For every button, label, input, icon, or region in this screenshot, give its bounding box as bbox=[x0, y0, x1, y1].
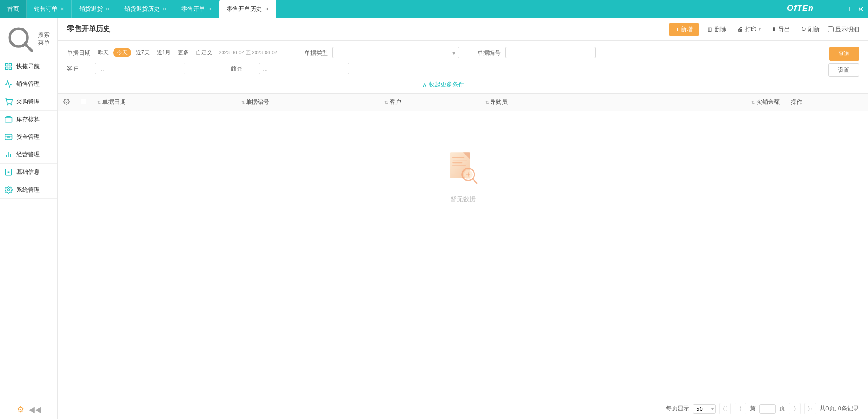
sidebar-item-quick-nav-label: 快捷导航 bbox=[16, 62, 40, 71]
svg-point-20 bbox=[66, 101, 67, 103]
filter-row-1: 单据日期 昨天 今天 近7天 近1月 更多 自定义 2023-06-02 至 2… bbox=[67, 47, 819, 58]
export-icon: ⬆ bbox=[772, 26, 777, 33]
svg-point-0 bbox=[9, 28, 28, 47]
pagination-bar: 每页显示 10 20 50 100 ⟨⟨ ⟨ 第 1 页 ⟩ ⟩⟩ 共0页, 0… bbox=[58, 398, 868, 419]
sales-mgmt-icon bbox=[5, 80, 13, 88]
sidebar-item-purchase-mgmt-label: 采购管理 bbox=[16, 98, 40, 106]
sidebar-item-finance[interactable]: 资金管理 bbox=[0, 128, 57, 146]
last-page-btn[interactable]: ⟩⟩ bbox=[804, 403, 816, 414]
th-date-label: 单据日期 bbox=[102, 99, 126, 105]
th-amount-label: 实销金额 bbox=[756, 99, 780, 105]
sidebar-item-purchase-mgmt[interactable]: 采购管理 bbox=[0, 93, 57, 111]
next-page-btn[interactable]: ⟩ bbox=[789, 403, 801, 414]
per-page-label: 每页显示 bbox=[666, 405, 689, 413]
date-option-yesterday[interactable]: 昨天 bbox=[95, 48, 111, 57]
show-detail-input[interactable] bbox=[828, 26, 834, 32]
th-customer[interactable]: 客户 bbox=[379, 94, 479, 111]
svg-rect-25 bbox=[452, 165, 466, 166]
sidebar-search[interactable]: 搜索菜单 bbox=[0, 18, 57, 58]
prev-page-btn[interactable]: ⟨ bbox=[735, 403, 746, 414]
empty-state-icon bbox=[443, 147, 484, 188]
tab-sales-return[interactable]: 销货退货 ✕ bbox=[72, 0, 117, 18]
sidebar-item-operations[interactable]: 经营管理 bbox=[0, 146, 57, 164]
sidebar-item-quick-nav[interactable]: 快捷导航 bbox=[0, 58, 57, 75]
export-button[interactable]: ⬆ 导出 bbox=[769, 24, 793, 35]
tab-sales-return-close[interactable]: ✕ bbox=[105, 6, 109, 12]
th-number[interactable]: 单据编号 bbox=[236, 94, 379, 111]
page-header: 零售开单历史 + 新增 🗑 🗑 删除 删除 🖨 打印 ▾ ⬆ 导出 bbox=[58, 18, 868, 41]
th-salesperson[interactable]: 导购员 bbox=[480, 94, 602, 111]
order-number-input[interactable] bbox=[505, 47, 596, 58]
first-page-btn[interactable]: ⟨⟨ bbox=[719, 403, 731, 414]
svg-rect-22 bbox=[452, 157, 464, 158]
customer-input[interactable]: ... bbox=[95, 63, 185, 74]
filter-item-order-number: 单据编号 bbox=[477, 47, 596, 58]
tab-sales-return-label: 销货退货 bbox=[79, 5, 103, 13]
date-option-today[interactable]: 今天 bbox=[113, 48, 131, 57]
show-detail-checkbox[interactable]: 显示明细 bbox=[828, 25, 859, 33]
basic-info-icon bbox=[5, 168, 13, 176]
svg-rect-4 bbox=[5, 67, 8, 69]
product-input[interactable]: ... bbox=[259, 63, 349, 74]
tab-home[interactable]: 首页 bbox=[0, 0, 27, 18]
tab-retail-open[interactable]: 零售开单 ✕ bbox=[174, 0, 219, 18]
tab-sales-order[interactable]: 销售订单 ✕ bbox=[27, 0, 72, 18]
date-option-custom[interactable]: 自定义 bbox=[193, 48, 215, 57]
tab-sales-order-close[interactable]: ✕ bbox=[60, 6, 64, 12]
window-close-btn[interactable]: ✕ bbox=[858, 5, 863, 14]
th-spacer bbox=[602, 94, 642, 111]
delete-button[interactable]: 🗑 🗑 删除 删除 bbox=[704, 24, 729, 35]
collapse-filter[interactable]: ∧ 收起更多条件 bbox=[67, 79, 819, 89]
query-button[interactable]: 查询 bbox=[829, 47, 859, 61]
page-input[interactable]: 1 bbox=[759, 404, 776, 414]
svg-rect-9 bbox=[5, 134, 12, 140]
settings-gear-icon[interactable]: ⚙ bbox=[17, 405, 24, 414]
order-type-label: 单据类型 bbox=[304, 49, 330, 57]
main-layout: 搜索菜单 快捷导航 销售管理 采购管理 bbox=[0, 18, 868, 419]
filter-item-customer: 客户 ... bbox=[67, 63, 185, 74]
per-page-select[interactable]: 10 20 50 100 bbox=[693, 404, 716, 414]
filter-settings-button[interactable]: 设置 bbox=[828, 63, 859, 77]
table-area: 单据日期 单据编号 客户 导购员 实销金额 bbox=[58, 94, 868, 398]
th-amount[interactable]: 实销金额 bbox=[641, 94, 785, 111]
tab-retail-open-history-close[interactable]: ✕ bbox=[265, 6, 269, 12]
th-checkbox[interactable] bbox=[75, 94, 92, 111]
customer-label: 客户 bbox=[67, 65, 92, 73]
date-option-last7days[interactable]: 近7天 bbox=[133, 48, 152, 57]
sidebar-item-sales-mgmt[interactable]: 销售管理 bbox=[0, 75, 57, 93]
tab-retail-open-label: 零售开单 bbox=[181, 5, 205, 13]
th-settings[interactable] bbox=[58, 94, 75, 111]
tab-retail-open-close[interactable]: ✕ bbox=[208, 6, 212, 12]
select-all-checkbox[interactable] bbox=[81, 99, 86, 104]
th-date[interactable]: 单据日期 bbox=[92, 94, 236, 111]
collapse-sidebar-icon[interactable]: ◀◀ bbox=[28, 405, 41, 414]
sidebar-item-system[interactable]: 系统管理 bbox=[0, 181, 57, 199]
sidebar-item-basic-info-label: 基础信息 bbox=[16, 168, 40, 176]
refresh-button[interactable]: ↻ 刷新 bbox=[798, 24, 822, 35]
customer-placeholder: ... bbox=[99, 65, 104, 72]
date-option-more[interactable]: 更多 bbox=[175, 48, 191, 57]
tab-retail-open-history[interactable]: 零售开单历史 ✕ bbox=[219, 0, 276, 18]
svg-rect-2 bbox=[5, 63, 8, 66]
toolbar: + 新增 🗑 🗑 删除 删除 🖨 打印 ▾ ⬆ 导出 ↻ 刷新 bbox=[669, 23, 859, 36]
show-detail-label: 显示明细 bbox=[835, 25, 859, 33]
inventory-icon bbox=[5, 115, 13, 123]
new-button[interactable]: + 新增 bbox=[669, 23, 699, 36]
finance-icon bbox=[5, 133, 13, 141]
print-button[interactable]: 🖨 打印 ▾ bbox=[735, 24, 764, 35]
svg-rect-3 bbox=[9, 63, 12, 66]
svg-rect-23 bbox=[452, 160, 467, 160]
table-body: 暂无数据 bbox=[58, 111, 868, 240]
delete-icon: 🗑 bbox=[707, 26, 713, 33]
window-minimize-btn[interactable]: ─ bbox=[841, 5, 846, 13]
date-option-last1month[interactable]: 近1月 bbox=[154, 48, 174, 57]
sidebar-item-system-label: 系统管理 bbox=[16, 186, 40, 194]
order-type-select[interactable] bbox=[332, 47, 459, 58]
sidebar-item-inventory[interactable]: 库存核算 bbox=[0, 111, 57, 128]
window-maximize-btn[interactable]: □ bbox=[849, 5, 854, 13]
svg-point-7 bbox=[11, 104, 12, 105]
sidebar-item-basic-info[interactable]: 基础信息 bbox=[0, 164, 57, 181]
empty-state: 暂无数据 bbox=[58, 111, 868, 240]
tab-sales-return-history-close[interactable]: ✕ bbox=[162, 6, 166, 12]
tab-sales-return-history[interactable]: 销货退货历史 ✕ bbox=[117, 0, 174, 18]
